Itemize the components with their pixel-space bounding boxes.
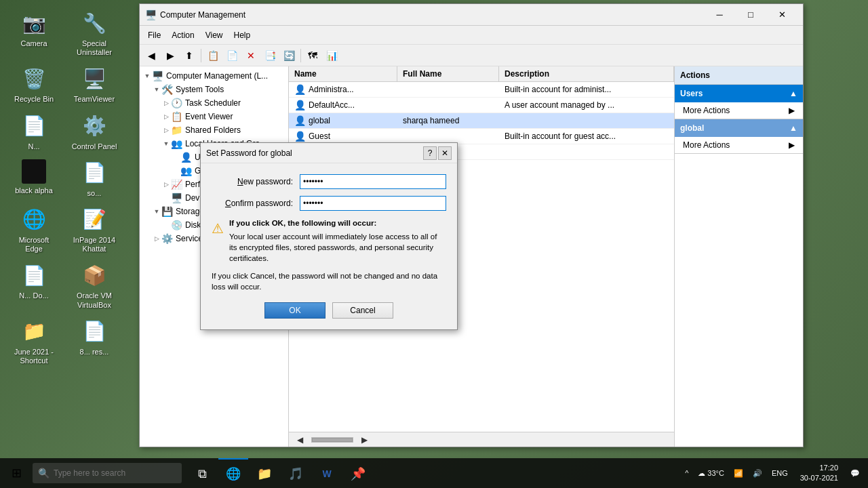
confirm-password-input[interactable]: [300, 196, 446, 211]
warning-icon: ⚠: [212, 219, 224, 264]
dialog-overlay: Set Password for global ? ✕ New password…: [0, 0, 868, 488]
taskbar-pinned-apps: ⧉ 🌐 📁 🎵 W 📌: [187, 458, 373, 488]
ok-button[interactable]: OK: [264, 302, 326, 319]
language-label: ENG: [772, 469, 788, 477]
dialog-help-button[interactable]: ?: [423, 146, 437, 160]
tray-chevron[interactable]: ^: [682, 468, 691, 479]
dialog-titlebar: Set Password for global ? ✕: [201, 143, 457, 163]
taskbar-edge[interactable]: 🌐: [218, 458, 248, 488]
taskbar-word[interactable]: W: [312, 458, 342, 488]
taskbar-tray: ^ ☁ 33°C 📶 🔊 ENG 17:20 30-07-2021 💬: [682, 463, 868, 484]
taskbar-pin[interactable]: 📌: [343, 458, 373, 488]
dialog-title: Set Password for global: [206, 148, 422, 158]
dialog-content: New password: Confirm password: ⚠ If you…: [201, 163, 457, 329]
search-input[interactable]: [54, 468, 162, 478]
set-password-dialog: Set Password for global ? ✕ New password…: [200, 142, 458, 330]
weather-temp: 33°C: [707, 469, 724, 477]
taskbar-explorer[interactable]: 📁: [250, 458, 279, 488]
cancel-button[interactable]: Cancel: [332, 302, 393, 319]
new-password-label: New password:: [212, 177, 300, 186]
tray-network[interactable]: 📶: [731, 468, 746, 479]
warning-body: Your local user account will immediately…: [229, 231, 446, 264]
tray-volume[interactable]: 🔊: [750, 468, 765, 479]
network-icon: 📶: [734, 469, 743, 478]
dialog-info-text: If you click Cancel, the password will n…: [212, 270, 446, 292]
confirm-password-field: Confirm password:: [212, 196, 446, 211]
new-password-field: New password:: [212, 174, 446, 189]
tray-language[interactable]: ENG: [769, 468, 791, 479]
warning-title: If you click OK, the following will occu…: [229, 218, 446, 228]
dialog-close-button[interactable]: ✕: [438, 146, 452, 160]
start-button[interactable]: ⊞: [0, 458, 33, 488]
tray-weather[interactable]: ☁ 33°C: [695, 468, 727, 479]
tray-notification[interactable]: 💬: [848, 468, 863, 479]
taskbar-media[interactable]: 🎵: [281, 458, 311, 488]
warning-box: ⚠ If you click OK, the following will oc…: [212, 218, 446, 264]
volume-icon: 🔊: [753, 469, 762, 478]
taskbar: ⊞ 🔍 ⧉ 🌐 📁 🎵 W 📌 ^ ☁ 33°C 📶 🔊: [0, 458, 868, 488]
clock-time: 17:20: [800, 463, 838, 473]
desktop: 📷 Camera 🔧 Special Uninstaller 🗑️ Recycl…: [0, 0, 868, 488]
weather-icon: ☁: [698, 469, 705, 478]
taskbar-clock[interactable]: 17:20 30-07-2021: [795, 463, 844, 484]
taskbar-search[interactable]: 🔍: [33, 463, 182, 483]
taskbar-task-view[interactable]: ⧉: [187, 458, 217, 488]
dialog-buttons: OK Cancel: [212, 302, 446, 321]
search-icon: 🔍: [38, 468, 50, 479]
clock-date: 30-07-2021: [800, 473, 838, 483]
new-password-input[interactable]: [300, 174, 446, 189]
confirm-password-label: Confirm password:: [212, 199, 300, 208]
